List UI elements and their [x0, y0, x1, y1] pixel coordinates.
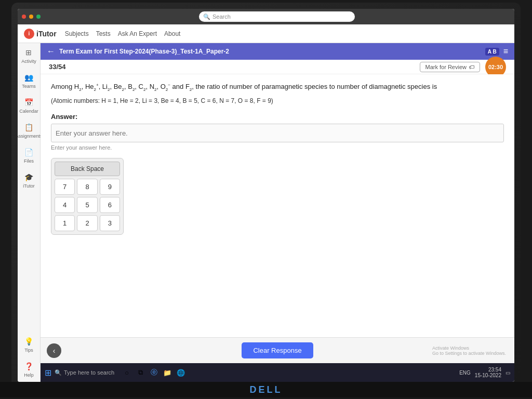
key-7[interactable]: 7: [55, 179, 75, 195]
files-icon: 📄: [24, 147, 34, 157]
activate-title: Activate Windows: [432, 345, 506, 351]
sidebar-tips-label: Tips: [24, 348, 33, 353]
activity-icon: ⊞: [23, 47, 34, 58]
answer-label: Answer:: [51, 113, 504, 121]
dell-logo: DELL: [250, 384, 283, 395]
taskbar-cortana-icon[interactable]: ○: [122, 367, 132, 378]
sidebar-item-assignments[interactable]: 📋 Assignments: [18, 122, 42, 139]
nav-prev-button[interactable]: ‹: [47, 343, 61, 358]
search-icon: 🔍: [203, 14, 210, 20]
search-text: Search: [212, 14, 231, 20]
main-content: ← Term Exam for First Step-2024(Phase-3)…: [41, 43, 514, 382]
teams-icon: 👥: [23, 72, 34, 83]
key-4[interactable]: 4: [55, 197, 75, 213]
atomic-numbers: (Atomic numbers: H = 1, He = 2, Li = 3, …: [51, 97, 273, 104]
key-5[interactable]: 5: [77, 197, 97, 213]
taskbar-icons: ○ ⧉ ⓔ 📁 🌐: [122, 367, 186, 378]
nav-ask-expert[interactable]: Ask An Expert: [118, 30, 157, 37]
windows-icon[interactable]: ⊞: [45, 368, 51, 378]
menu-icon[interactable]: ≡: [503, 47, 508, 56]
question-text: Among H2, He2+, Li2, Be2, B2, C2, N2, O2…: [51, 82, 504, 93]
nav-subjects[interactable]: Subjects: [65, 30, 89, 37]
app-logo: i iTutor: [24, 29, 57, 39]
sidebar-activity-label: Activity: [21, 59, 36, 64]
browser-bar: 🔍 Search: [18, 9, 514, 24]
question-body: Among H2, He2+, Li2, Be2, B2, C2, N2, O2…: [41, 74, 514, 337]
keypad-grid: 7 8 9 4 5 6 1 2 3: [55, 179, 120, 231]
sidebar-help-label: Help: [24, 373, 34, 378]
sidebar-item-tips[interactable]: 💡 Tips: [24, 336, 34, 353]
taskbar-show-desktop-icon[interactable]: ▭: [506, 370, 510, 376]
backspace-button[interactable]: Back Space: [55, 162, 120, 176]
sidebar-item-itutor[interactable]: 🎓 iTutor: [23, 172, 35, 189]
question-counter: 33/54: [49, 63, 66, 71]
clear-response-button[interactable]: Clear Response: [242, 342, 313, 358]
assignments-icon: 📋: [24, 122, 34, 132]
input-hint: Enter your answer here.: [51, 144, 504, 151]
date-value: 15-10-2022: [475, 373, 501, 378]
taskbar-explorer-icon[interactable]: 📁: [162, 367, 172, 378]
taskbar-time: 23:54 15-10-2022: [475, 367, 501, 378]
time-value: 23:54: [488, 367, 501, 373]
key-1[interactable]: 1: [55, 215, 75, 231]
calendar-icon: 📅: [24, 97, 34, 108]
taskbar: ⊞ 🔍 Type here to search ○ ⧉ ⓔ 📁 🌐 ENG: [41, 363, 514, 382]
atomic-numbers-text: (Atomic numbers: H = 1, He = 2, Li = 3, …: [51, 96, 504, 105]
nav-tests[interactable]: Tests: [96, 30, 111, 37]
taskbar-search[interactable]: 🔍 Type here to search: [55, 369, 114, 376]
dell-logo-strip: DELL: [0, 382, 532, 397]
key-3[interactable]: 3: [100, 215, 120, 231]
taskbar-app-icon[interactable]: 🌐: [176, 367, 186, 378]
content-area: ⊞ Activity 👥 Teams 📅 Calendar 📋 Assignme…: [18, 43, 514, 382]
question-counter-bar: 33/54 Mark for Review 🏷 02:30: [41, 60, 514, 74]
sidebar-item-files[interactable]: 📄 Files: [24, 147, 34, 164]
mark-review-label: Mark for Review: [425, 64, 467, 70]
sidebar-assignments-label: Assignments: [18, 134, 42, 139]
sidebar: ⊞ Activity 👥 Teams 📅 Calendar 📋 Assignme…: [18, 43, 41, 382]
test-header-right: A B ≡: [485, 47, 508, 56]
taskbar-task-icon[interactable]: ⧉: [135, 367, 145, 378]
taskbar-lang: ENG: [459, 370, 471, 376]
test-title: Term Exam for First Step-2024(Phase-3)_T…: [59, 48, 481, 55]
nav-about[interactable]: About: [164, 30, 180, 37]
itutor-icon: 🎓: [23, 172, 34, 182]
prev-icon[interactable]: ‹: [47, 343, 61, 358]
key-6[interactable]: 6: [100, 197, 120, 213]
sidebar-item-teams[interactable]: 👥 Teams: [22, 72, 36, 89]
close-btn[interactable]: [22, 15, 26, 19]
tips-icon: 💡: [24, 336, 34, 347]
answer-input[interactable]: [51, 124, 504, 142]
taskbar-right: ENG 23:54 15-10-2022 ▭: [459, 367, 510, 378]
taskbar-edge-icon[interactable]: ⓔ: [149, 367, 159, 378]
nav-menu: Subjects Tests Ask An Expert About: [65, 30, 181, 37]
back-arrow-icon[interactable]: ←: [47, 47, 55, 56]
taskbar-search-icon: 🔍: [55, 369, 62, 376]
numeric-keypad: Back Space 7 8 9 4 5 6 1 2 3: [51, 158, 124, 235]
sidebar-item-activity[interactable]: ⊞ Activity: [21, 47, 36, 64]
logo-icon: i: [24, 29, 34, 39]
ab-badge: A B: [485, 48, 499, 56]
sidebar-itutor-label: iTutor: [23, 183, 35, 189]
key-2[interactable]: 2: [77, 215, 97, 231]
help-icon: ❓: [24, 361, 34, 371]
app-name: iTutor: [36, 30, 57, 38]
sidebar-calendar-label: Calendar: [19, 109, 38, 114]
sidebar-item-calendar[interactable]: 📅 Calendar: [19, 97, 38, 114]
app-header: i iTutor Subjects Tests Ask An Expert Ab…: [18, 24, 514, 43]
key-8[interactable]: 8: [77, 179, 97, 195]
activate-desc: Go to Settings to activate Windows.: [432, 351, 506, 356]
key-9[interactable]: 9: [100, 179, 120, 195]
mark-review-button[interactable]: Mark for Review 🏷: [420, 62, 480, 72]
browser-search-bar[interactable]: 🔍 Search: [199, 11, 355, 22]
timer-value: 02:30: [488, 64, 503, 70]
minimize-btn[interactable]: [29, 15, 33, 19]
taskbar-search-text: Type here to search: [64, 369, 114, 376]
maximize-btn[interactable]: [36, 15, 41, 19]
sidebar-item-help[interactable]: ❓ Help: [24, 361, 34, 378]
bottom-bar: ‹ Clear Response Activate Windows Go to …: [41, 337, 514, 363]
sidebar-teams-label: Teams: [22, 84, 36, 89]
bookmark-icon: 🏷: [469, 64, 474, 70]
activate-windows-text: Activate Windows Go to Settings to activ…: [432, 345, 506, 356]
sidebar-files-label: Files: [24, 158, 34, 164]
